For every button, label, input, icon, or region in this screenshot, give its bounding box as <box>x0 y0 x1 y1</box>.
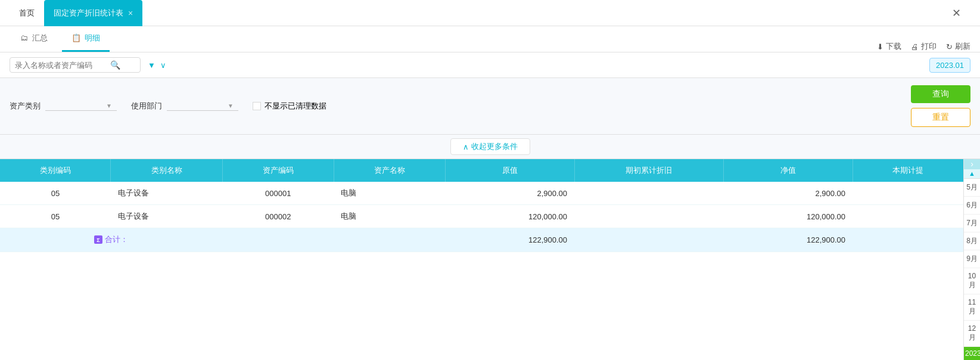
col-net-value: 净值 <box>723 159 853 182</box>
search-bar: 🔍 ▼ ∨ 2023.01 <box>0 52 980 78</box>
download-icon: ⬇ <box>877 42 883 51</box>
cell-opening-accumulated <box>574 182 723 205</box>
asset-category-arrow-icon: ▼ <box>106 103 112 109</box>
asset-category-label: 资产类别 <box>10 101 41 111</box>
year-badge: 2023 <box>964 347 980 360</box>
subtotal-label-cell: Σ 合计： <box>0 228 222 252</box>
cell-opening-accumulated <box>574 205 723 228</box>
month-10[interactable]: 10月 <box>964 268 980 294</box>
tab-actions: ⬇ 下载 🖨 打印 ↻ 刷新 <box>877 41 970 52</box>
tab-label: 固定资产折旧统计表 <box>54 8 123 18</box>
sidebar-expand-btn[interactable]: › <box>964 159 981 169</box>
cell-original-value: 120,000.00 <box>446 205 575 228</box>
filter-row: 资产类别 ▼ 使用部门 ▼ 不显示已清理数据 查询 重置 <box>0 78 980 135</box>
table-header-row: 类别编码 类别名称 资产编码 资产名称 原值 期初累计折旧 净值 本期计提 <box>0 159 963 182</box>
hide-cleared-checkbox[interactable]: 不显示已清理数据 <box>253 101 326 111</box>
subtotal-original-value: 122,900.00 <box>446 228 575 252</box>
subtotal-row: Σ 合计： 122,900.00 122,900.00 <box>0 228 963 252</box>
subtotal-net-value: 122,900.00 <box>723 228 853 252</box>
detail-label: 明细 <box>85 33 100 44</box>
data-table: 类别编码 类别名称 资产编码 资产名称 原值 期初累计折旧 净值 本期计提 05… <box>0 159 963 252</box>
cell-net-value: 2,900.00 <box>723 182 853 205</box>
department-arrow-icon: ▼ <box>228 103 234 109</box>
subtotal-current-depreciation <box>853 228 963 252</box>
collapse-button[interactable]: ∧ 收起更多条件 <box>450 138 530 155</box>
right-sidebar: › ▲ 5月 6月 7月 8月 9月 10月 11月 12月 2023 <box>963 159 980 360</box>
subtotal-asset-name <box>334 228 445 252</box>
month-11[interactable]: 11月 <box>964 294 980 321</box>
sub-tabs-bar: 🗂 汇总 📋 明细 ⬇ 下载 🖨 打印 ↻ 刷新 <box>0 26 980 52</box>
month-6[interactable]: 6月 <box>964 197 980 215</box>
cell-net-value: 120,000.00 <box>723 205 853 228</box>
cell-current-depreciation <box>853 205 963 228</box>
cell-asset-code: 000001 <box>222 182 334 205</box>
download-btn[interactable]: ⬇ 下载 <box>877 41 901 52</box>
date-badge: 2023.01 <box>929 58 970 73</box>
subtotal-opening-accumulated <box>574 228 723 252</box>
reset-button[interactable]: 重置 <box>911 108 970 127</box>
asset-category-filter: 资产类别 ▼ <box>10 101 117 111</box>
more-conditions-btn[interactable]: ▼ ∨ <box>148 61 166 70</box>
month-7[interactable]: 7月 <box>964 215 980 232</box>
cell-category-code: 05 <box>0 205 111 228</box>
scroll-up-btn[interactable]: ▲ <box>964 169 981 179</box>
cell-category-code: 05 <box>0 182 111 205</box>
top-nav: 首页 固定资产折旧统计表 × ✕ <box>0 0 980 26</box>
layers-icon: 🗂 <box>19 33 29 43</box>
department-label: 使用部门 <box>131 101 162 111</box>
cell-category-name: 电子设备 <box>111 205 222 228</box>
cell-asset-code: 000002 <box>222 205 334 228</box>
cell-asset-name: 电脑 <box>334 205 445 228</box>
refresh-btn[interactable]: ↻ 刷新 <box>946 41 970 52</box>
chevron-down-icon: ∨ <box>160 61 166 70</box>
search-icon[interactable]: 🔍 <box>110 60 120 70</box>
search-input-wrap[interactable]: 🔍 <box>10 57 141 73</box>
svg-text:Σ: Σ <box>97 237 100 243</box>
cell-current-depreciation <box>853 182 963 205</box>
filter-buttons: 查询 重置 <box>911 85 970 127</box>
month-9[interactable]: 9月 <box>964 250 980 268</box>
subtotal-icon: Σ 合计： <box>94 234 128 245</box>
month-8[interactable]: 8月 <box>964 232 980 250</box>
month-12[interactable]: 12月 <box>964 321 980 347</box>
col-opening-accumulated: 期初累计折旧 <box>574 159 723 182</box>
table-row: 05 电子设备 000001 电脑 2,900.00 2,900.00 <box>0 182 963 205</box>
cell-category-name: 电子设备 <box>111 182 222 205</box>
col-asset-code: 资产编码 <box>222 159 334 182</box>
main-content: 类别编码 类别名称 资产编码 资产名称 原值 期初累计折旧 净值 本期计提 05… <box>0 159 980 360</box>
detail-icon: 📋 <box>71 33 81 43</box>
col-category-name: 类别名称 <box>111 159 222 182</box>
asset-category-select[interactable]: ▼ <box>45 101 117 111</box>
tab-summary[interactable]: 🗂 汇总 <box>10 26 57 52</box>
chevron-up-icon: ∧ <box>463 142 469 151</box>
col-current-depreciation: 本期计提 <box>853 159 963 182</box>
table-row: 05 电子设备 000002 电脑 120,000.00 120,000.00 <box>0 205 963 228</box>
cell-asset-name: 电脑 <box>334 182 445 205</box>
tab-close-icon[interactable]: × <box>128 8 133 18</box>
home-nav[interactable]: 首页 <box>10 0 44 26</box>
print-btn[interactable]: 🖨 打印 <box>911 41 937 52</box>
tab-detail[interactable]: 📋 明细 <box>62 26 110 52</box>
cell-original-value: 2,900.00 <box>446 182 575 205</box>
subtotal-asset-code <box>222 228 334 252</box>
query-button[interactable]: 查询 <box>911 85 970 103</box>
department-filter: 使用部门 ▼ <box>131 101 238 111</box>
refresh-icon: ↻ <box>946 42 953 51</box>
collapse-bar: ∧ 收起更多条件 <box>0 135 980 159</box>
table-wrap: 类别编码 类别名称 资产编码 资产名称 原值 期初累计折旧 净值 本期计提 05… <box>0 159 963 360</box>
hide-cleared-label: 不显示已清理数据 <box>265 101 326 111</box>
search-input[interactable] <box>15 61 110 70</box>
month-5[interactable]: 5月 <box>964 179 980 197</box>
window-close-icon[interactable]: ✕ <box>942 7 970 20</box>
filter-icon: ▼ <box>148 61 155 70</box>
active-tab[interactable]: 固定资产折旧统计表 × <box>44 0 142 26</box>
col-original-value: 原值 <box>446 159 575 182</box>
department-select[interactable]: ▼ <box>167 101 238 111</box>
summary-label: 汇总 <box>32 33 48 44</box>
col-category-code: 类别编码 <box>0 159 111 182</box>
checkbox-box-icon <box>253 102 261 110</box>
print-icon: 🖨 <box>911 42 919 51</box>
col-asset-name: 资产名称 <box>334 159 445 182</box>
content-area: 类别编码 类别名称 资产编码 资产名称 原值 期初累计折旧 净值 本期计提 05… <box>0 159 963 360</box>
